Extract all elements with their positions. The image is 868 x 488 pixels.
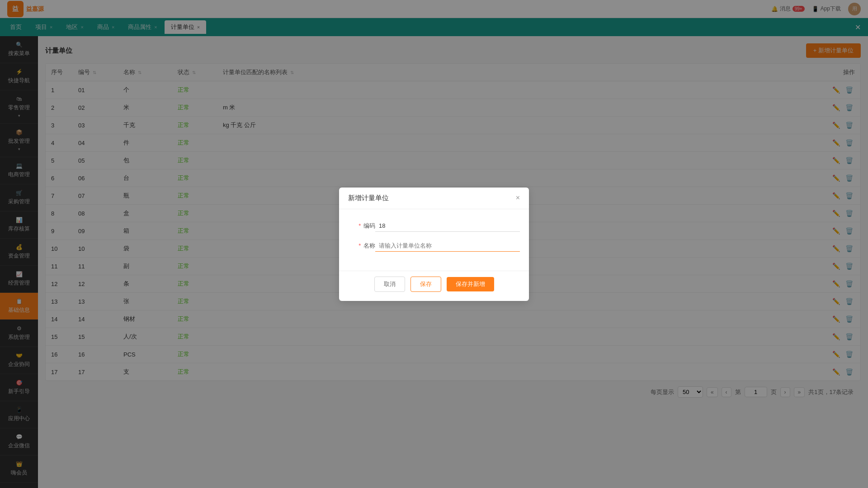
modal-body: * 编码 * 名称 [339,209,529,271]
cancel-button[interactable]: 取消 [374,277,405,292]
modal-overlay[interactable]: 新增计量单位 × * 编码 * 名称 取消 保存 保存并新增 [0,0,868,488]
modal-title: 新增计量单位 [348,194,389,202]
code-input[interactable] [375,220,520,232]
name-label: * 名称 [348,242,375,250]
save-continue-button[interactable]: 保存并新增 [447,277,494,291]
modal-header: 新增计量单位 × [339,188,529,209]
save-button[interactable]: 保存 [410,277,441,292]
add-unit-modal: 新增计量单位 × * 编码 * 名称 取消 保存 保存并新增 [339,188,529,301]
modal-close-button[interactable]: × [516,194,520,202]
required-mark-code: * [359,222,361,229]
name-input[interactable] [375,240,520,252]
required-mark-name: * [359,242,361,249]
modal-footer: 取消 保存 保存并新增 [339,271,529,301]
form-row-code: * 编码 [348,220,520,232]
form-row-name: * 名称 [348,240,520,252]
code-label: * 编码 [348,222,375,230]
